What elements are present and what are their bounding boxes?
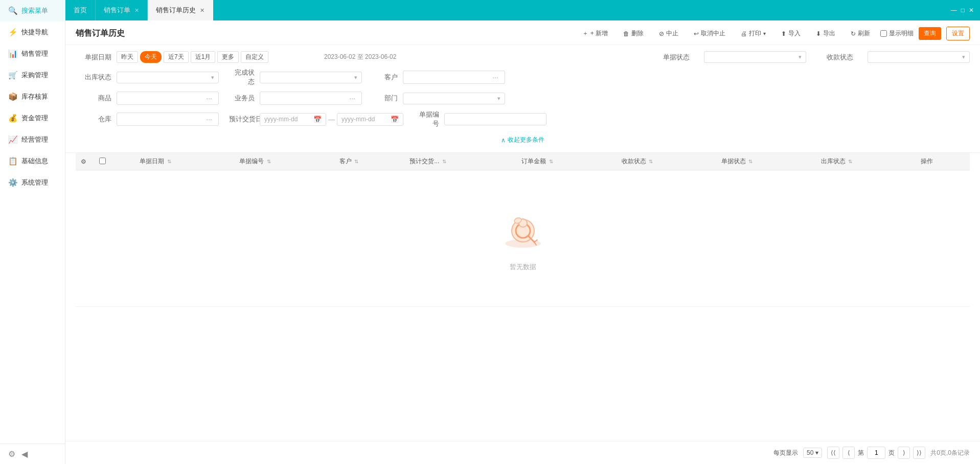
calendar-to-icon[interactable]: 📅 <box>391 116 399 123</box>
next-page-button[interactable]: ⟩ <box>898 447 910 459</box>
print-button[interactable]: 🖨 打印 ▾ <box>736 27 771 40</box>
last-page-button[interactable]: ⟩⟩ <box>913 447 925 459</box>
refresh-button[interactable]: ↻ 刷新 <box>846 27 875 40</box>
import-button[interactable]: ⬆ 导入 <box>776 27 806 40</box>
calendar-from-icon[interactable]: 📅 <box>313 116 322 123</box>
th-number-label: 单据编号 <box>239 158 264 165</box>
date-custom[interactable]: 自定义 <box>241 51 268 63</box>
display-detail-checkbox[interactable] <box>880 30 887 37</box>
collapse-sidebar-icon[interactable]: ◀ <box>21 449 28 459</box>
toolbar: ＋ + 新增 🗑 删除 ⊘ 中止 ↩ 取消中止 🖨 打印 <box>577 27 970 40</box>
first-page-button[interactable]: ⟨⟨ <box>827 447 839 459</box>
settings-button[interactable]: 设置 <box>946 27 970 40</box>
tab-sales-order-history[interactable]: 销售订单历史 ✕ <box>148 0 213 20</box>
date-yesterday[interactable]: 昨天 <box>117 51 138 63</box>
expected-date-to[interactable]: yyyy-mm-dd 📅 <box>337 113 403 126</box>
tab-sales-order-history-close[interactable]: ✕ <box>200 7 204 14</box>
date-1month[interactable]: 近1月 <box>191 51 216 63</box>
th-expected-date[interactable]: 预计交货... ⇅ <box>404 153 516 170</box>
print-icon: 🖨 <box>741 30 747 37</box>
order-status-select[interactable]: ▾ <box>704 51 806 63</box>
window-maximize-icon[interactable]: □ <box>961 7 965 14</box>
order-number-input[interactable] <box>444 113 546 125</box>
sidebar-item-label: 快捷导航 <box>21 28 48 37</box>
th-date[interactable]: 单据日期 ⇅ <box>134 153 234 170</box>
settings-gear-icon[interactable]: ⚙ <box>81 158 86 165</box>
settings-bottom-icon[interactable]: ⚙ <box>8 449 15 459</box>
filter-row-3: 商品 ··· 业务员 ··· 部门 ▾ <box>76 92 970 105</box>
salesperson-label: 业务员 <box>219 94 260 103</box>
sidebar-item-search[interactable]: 🔍 搜索菜单 <box>0 0 65 21</box>
complete-status-select[interactable]: ▾ <box>260 72 362 83</box>
export-button[interactable]: ⬇ 导出 <box>811 27 840 40</box>
th-number[interactable]: 单据编号 ⇅ <box>234 153 334 170</box>
search-menu-icon: 🔍 <box>8 6 17 15</box>
sidebar-item-label: 经营管理 <box>21 135 48 144</box>
th-payment-status[interactable]: 收款状态 ⇅ <box>617 153 716 170</box>
sort-payment-icon: ⇅ <box>649 159 653 164</box>
th-actions: 操作 <box>916 153 970 170</box>
sidebar-item-label: 系统管理 <box>21 178 48 187</box>
sidebar-item-quicknav[interactable]: ⚡ 快捷导航 <box>0 21 65 43</box>
settings-label: 设置 <box>952 29 964 38</box>
stop-icon: ⊘ <box>659 30 664 37</box>
collapse-text: 收起更多条件 <box>508 136 544 144</box>
date-7days[interactable]: 近7天 <box>164 51 189 63</box>
new-label: + 新增 <box>590 29 608 38</box>
order-number-label: 单据编号 <box>403 110 444 128</box>
sort-order-status-icon: ⇅ <box>748 159 753 164</box>
sidebar-item-basicinfo[interactable]: 📋 基础信息 <box>0 150 65 172</box>
import-label: 导入 <box>788 29 801 38</box>
sidebar-item-finance[interactable]: 💰 资金管理 <box>0 107 65 129</box>
sidebar-item-operations[interactable]: 📈 经营管理 <box>0 129 65 150</box>
sidebar-item-purchase[interactable]: 🛒 采购管理 <box>0 64 65 86</box>
warehouse-ellipsis[interactable]: ··· <box>204 115 214 123</box>
window-minimize-icon[interactable]: — <box>951 7 957 14</box>
payment-status-select[interactable]: ▾ <box>868 51 970 63</box>
expected-date-from[interactable]: yyyy-mm-dd 📅 <box>260 113 326 126</box>
th-checkbox[interactable] <box>94 153 134 170</box>
date-today[interactable]: 今天 <box>140 51 162 63</box>
page-title: 销售订单历史 <box>76 28 125 39</box>
department-select[interactable]: ▾ <box>403 93 505 104</box>
page-header: 销售订单历史 ＋ + 新增 🗑 删除 ⊘ 中止 ↩ 取消中止 <box>65 20 980 45</box>
page-size-select[interactable]: 50 ▾ <box>803 448 822 458</box>
page-number-input[interactable] <box>867 447 885 459</box>
customer-ellipsis[interactable]: ··· <box>490 73 500 81</box>
date-more[interactable]: 更多 <box>217 51 239 63</box>
prev-page-button[interactable]: ⟨ <box>842 447 855 459</box>
salesperson-field[interactable]: ··· <box>260 92 362 105</box>
select-all-checkbox[interactable] <box>99 158 106 164</box>
salesperson-ellipsis[interactable]: ··· <box>347 94 357 102</box>
sort-number-icon: ⇅ <box>267 159 271 164</box>
product-field[interactable]: ··· <box>117 92 219 105</box>
th-settings[interactable]: ⚙ <box>76 153 94 170</box>
new-button[interactable]: ＋ + 新增 <box>577 27 613 40</box>
sidebar-item-inventory[interactable]: 📦 库存核算 <box>0 86 65 107</box>
page-size-value: 50 <box>807 449 813 456</box>
export-label: 导出 <box>823 29 835 38</box>
tab-sales-order[interactable]: 销售订单 ✕ <box>96 0 148 20</box>
warehouse-field[interactable]: ··· <box>117 113 219 126</box>
th-customer[interactable]: 客户 ⇅ <box>334 153 405 170</box>
tab-sales-order-close[interactable]: ✕ <box>134 7 139 14</box>
stop-button[interactable]: ⊘ 中止 <box>654 27 683 40</box>
sort-expected-icon: ⇅ <box>442 159 446 164</box>
tab-bar: 首页 销售订单 ✕ 销售订单历史 ✕ — □ ✕ <box>65 0 980 20</box>
outbound-status-select[interactable]: ▾ <box>117 72 219 83</box>
sidebar-item-system[interactable]: ⚙️ 系统管理 <box>0 172 65 193</box>
query-button[interactable]: 查询 <box>919 27 941 40</box>
th-outbound-status[interactable]: 出库状态 ⇅ <box>816 153 916 170</box>
cancel-stop-button[interactable]: ↩ 取消中止 <box>689 27 731 40</box>
collapse-row[interactable]: ∧ 收起更多条件 <box>76 134 970 146</box>
product-ellipsis[interactable]: ··· <box>204 94 214 102</box>
tab-sales-order-history-label: 销售订单历史 <box>156 6 196 15</box>
customer-field[interactable]: ··· <box>403 71 505 84</box>
window-close-icon[interactable]: ✕ <box>969 7 974 14</box>
tab-home[interactable]: 首页 <box>65 0 96 20</box>
delete-button[interactable]: 🗑 删除 <box>618 27 649 40</box>
th-amount[interactable]: 订单金额 ⇅ <box>516 153 616 170</box>
cancel-stop-icon: ↩ <box>694 30 699 37</box>
th-order-status[interactable]: 单据状态 ⇅ <box>716 153 816 170</box>
sidebar-item-sales[interactable]: 📊 销售管理 <box>0 43 65 64</box>
